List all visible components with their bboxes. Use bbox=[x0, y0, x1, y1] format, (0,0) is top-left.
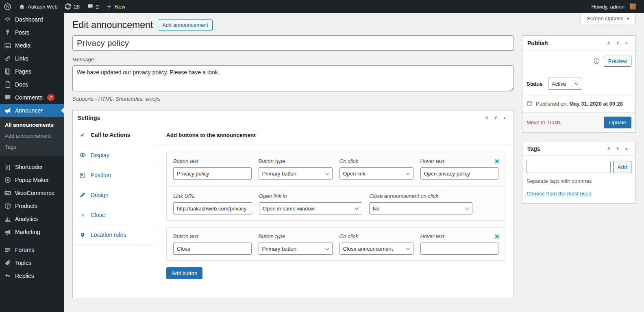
button-text-input[interactable] bbox=[173, 243, 252, 255]
sidebar-item-announcer[interactable]: Announcer bbox=[0, 104, 64, 117]
forums-icon bbox=[4, 246, 11, 254]
on-click-select[interactable]: Close announcement bbox=[339, 243, 413, 255]
sidebar-item-topics[interactable]: Topics bbox=[0, 256, 64, 269]
published-on-text: Published on: May 31, 2020 at 00:28 bbox=[536, 101, 623, 107]
plus-icon bbox=[106, 4, 112, 10]
remove-button-icon[interactable]: × bbox=[494, 157, 499, 165]
close-x-icon: × bbox=[79, 212, 86, 218]
tab-call-to-actions[interactable]: ✓ Call to Actions bbox=[73, 125, 158, 145]
sidebar-item-label: Shortcoder bbox=[15, 164, 43, 170]
tab-close[interactable]: × Close bbox=[73, 205, 158, 225]
close-on-click-select[interactable]: No bbox=[369, 202, 472, 214]
open-link-in-select[interactable]: Open in same window bbox=[259, 202, 362, 214]
replies-icon bbox=[4, 272, 11, 280]
info-icon[interactable] bbox=[593, 58, 600, 65]
buttons-section-heading: Add buttons to the announcement bbox=[158, 125, 513, 145]
sidebar-item-posts[interactable]: Posts bbox=[0, 26, 64, 39]
new-content-menu[interactable]: New bbox=[102, 0, 129, 13]
links-icon bbox=[4, 55, 11, 62]
tab-design[interactable]: Design bbox=[73, 185, 158, 205]
status-select[interactable]: Active bbox=[548, 78, 582, 90]
comments-menu[interactable]: 2 bbox=[83, 0, 102, 13]
collapse-toggle-icon[interactable]: ▲ bbox=[622, 39, 631, 47]
wp-logo-menu[interactable]: W bbox=[0, 0, 15, 13]
collapse-toggle-icon[interactable]: ▲ bbox=[622, 145, 631, 153]
move-down-icon[interactable]: ∨ bbox=[614, 145, 622, 153]
check-icon: ✓ bbox=[79, 132, 86, 138]
screen-options-button[interactable]: Screen Options ▼ bbox=[581, 13, 636, 24]
account-menu[interactable]: Howdy, admin bbox=[588, 0, 640, 13]
field-label: Open link in bbox=[259, 193, 362, 199]
field-label: Button text bbox=[173, 233, 252, 239]
site-menu[interactable]: Aakash Web bbox=[15, 0, 61, 13]
button-type-select[interactable]: Primary button bbox=[259, 243, 333, 255]
tab-label: Call to Actions bbox=[91, 132, 131, 138]
sidebar-item-replies[interactable]: Replies bbox=[0, 269, 64, 282]
sidebar-item-marketing[interactable]: Marketing bbox=[0, 225, 64, 238]
sidebar-item-media[interactable]: Media bbox=[0, 39, 64, 52]
move-up-icon[interactable]: ∧ bbox=[605, 145, 613, 153]
sidebar-item-comments[interactable]: Comments 2 bbox=[0, 91, 64, 104]
field-label: On click bbox=[339, 158, 413, 164]
position-icon bbox=[79, 172, 86, 178]
add-tag-button[interactable]: Add bbox=[613, 161, 631, 173]
tags-metabox: Tags ∧ ∨ ▲ Add Separate tags with commas… bbox=[522, 141, 636, 204]
sidebar-item-docs[interactable]: Docs bbox=[0, 78, 64, 91]
sidebar-item-links[interactable]: Links bbox=[0, 52, 64, 65]
sidebar-item-pages[interactable]: Pages bbox=[0, 65, 64, 78]
choose-most-used-link[interactable]: Choose from the most used bbox=[527, 191, 592, 197]
marketing-icon bbox=[4, 228, 11, 236]
hover-text-input[interactable] bbox=[420, 167, 499, 180]
settings-tabs: ✓ Call to Actions Display Position bbox=[73, 125, 158, 298]
announcement-title-input[interactable] bbox=[72, 35, 514, 51]
sidebar-item-label: Topics bbox=[15, 260, 31, 266]
comments-icon bbox=[4, 94, 11, 101]
design-pencil-icon bbox=[79, 192, 86, 198]
move-up-icon[interactable]: ∧ bbox=[605, 39, 613, 47]
page-title: Edit announcement bbox=[72, 20, 153, 30]
submenu-item-add-announcement[interactable]: Add announcement bbox=[0, 130, 64, 141]
submenu-item-tags[interactable]: Tags bbox=[0, 141, 64, 152]
menu-separator bbox=[0, 156, 64, 160]
update-button[interactable]: Update bbox=[604, 117, 631, 128]
move-down-icon[interactable]: ∨ bbox=[492, 114, 500, 122]
pages-icon bbox=[4, 68, 11, 75]
shortcoder-icon: [/] bbox=[4, 163, 11, 171]
tab-location-rules[interactable]: Location rules bbox=[73, 225, 158, 245]
tab-display[interactable]: Display bbox=[73, 145, 158, 165]
move-up-icon[interactable]: ∧ bbox=[483, 114, 491, 122]
add-button-button[interactable]: Add button bbox=[166, 267, 202, 279]
button-text-input[interactable] bbox=[173, 167, 252, 180]
sidebar-item-shortcoder[interactable]: [/] Shortcoder bbox=[0, 160, 64, 173]
media-icon bbox=[4, 42, 11, 49]
move-down-icon[interactable]: ∨ bbox=[614, 39, 622, 47]
link-url-input[interactable] bbox=[173, 202, 252, 214]
sidebar-item-products[interactable]: Products bbox=[0, 199, 64, 212]
sidebar-item-forums[interactable]: Forums bbox=[0, 243, 64, 256]
tab-label: Location rules bbox=[91, 232, 126, 238]
sidebar-item-woocommerce[interactable]: WooCommerce bbox=[0, 186, 64, 199]
collapse-toggle-icon[interactable]: ▲ bbox=[500, 114, 509, 122]
field-label: Close announcement on click bbox=[369, 193, 472, 199]
sidebar-item-dashboard[interactable]: Dashboard bbox=[0, 13, 64, 26]
preview-button[interactable]: Preview bbox=[604, 56, 631, 67]
button-type-select[interactable]: Primary button bbox=[259, 167, 333, 180]
updates-menu[interactable]: 28 bbox=[61, 0, 83, 13]
add-announcement-button[interactable]: Add announcement bbox=[158, 20, 213, 30]
sidebar-item-analytics[interactable]: Analytics bbox=[0, 212, 64, 225]
home-icon bbox=[19, 3, 25, 10]
message-textarea[interactable]: We have updated our privacy policy. Plea… bbox=[72, 65, 514, 91]
remove-button-icon[interactable]: × bbox=[494, 232, 499, 240]
tags-input[interactable] bbox=[527, 161, 611, 173]
submenu-item-all-announcements[interactable]: All announcements bbox=[0, 119, 64, 130]
tab-position[interactable]: Position bbox=[73, 165, 158, 185]
move-to-trash-link[interactable]: Move to Trash bbox=[527, 119, 560, 126]
on-click-select[interactable]: Open link bbox=[339, 167, 413, 180]
admin-sidebar: Dashboard Posts Media Links Pages Docs C… bbox=[0, 13, 64, 312]
message-hint: Supports - HTML, Shortcodes, emojis bbox=[72, 96, 514, 102]
hover-text-input[interactable] bbox=[420, 243, 499, 255]
published-on-date: May 31, 2020 at 00:28 bbox=[569, 101, 623, 107]
sidebar-item-label: Replies bbox=[15, 273, 34, 279]
announcer-submenu: All announcements Add announcement Tags bbox=[0, 117, 64, 156]
sidebar-item-popup-maker[interactable]: Popup Maker bbox=[0, 173, 64, 186]
